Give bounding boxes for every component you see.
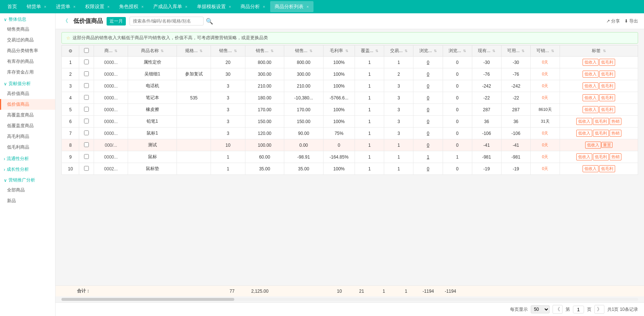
- sidebar-item-stock-capital[interactable]: 库存资金占用: [0, 67, 55, 78]
- browse-link[interactable]: 0: [427, 84, 429, 89]
- row-num: 1: [62, 57, 79, 68]
- row-browse1[interactable]: 0: [413, 80, 443, 92]
- browse-link[interactable]: 0: [427, 143, 429, 148]
- sidebar-item-low-margin[interactable]: 低毛利商品: [0, 142, 55, 153]
- col-trade-header: 交易... ⇅: [384, 45, 413, 57]
- row-num: 4: [62, 92, 79, 104]
- page-input[interactable]: [573, 306, 584, 313]
- row-check[interactable]: [84, 107, 89, 112]
- row-browse1[interactable]: 0: [413, 57, 443, 68]
- browse-link[interactable]: 0: [427, 60, 429, 65]
- sidebar-item-low-coverage[interactable]: 低覆盖度商品: [0, 120, 55, 131]
- row-checkbox[interactable]: [79, 57, 94, 68]
- row-checkbox[interactable]: [79, 128, 94, 139]
- sidebar-item-category-sales-rate[interactable]: 商品分类销售率: [0, 45, 55, 56]
- close-icon[interactable]: ×: [185, 4, 187, 9]
- per-page-label: 每页显示: [510, 306, 528, 313]
- row-check[interactable]: [84, 142, 89, 147]
- share-button[interactable]: ↗ 分享: [606, 18, 620, 24]
- sidebar-item-high-value[interactable]: 高价值商品: [0, 88, 55, 99]
- close-icon[interactable]: ×: [306, 4, 309, 9]
- browse-link[interactable]: 0: [427, 72, 429, 77]
- row-check[interactable]: [84, 130, 89, 135]
- sidebar-group-growth[interactable]: › 成长性分析: [0, 163, 55, 174]
- sidebar-item-high-coverage[interactable]: 高覆盖度商品: [0, 110, 55, 120]
- row-browse1[interactable]: 1: [413, 151, 443, 163]
- export-button[interactable]: ⬇ 导出: [624, 18, 638, 24]
- row-browse1[interactable]: 0: [413, 92, 443, 104]
- sidebar-item-stock-products[interactable]: 有库存的商品: [0, 56, 55, 67]
- row-checkbox[interactable]: [79, 151, 94, 163]
- period-button[interactable]: 近一月: [107, 17, 126, 26]
- scrollbar-thumb[interactable]: [61, 298, 234, 301]
- browse-link[interactable]: 0: [427, 119, 429, 124]
- next-page-btn[interactable]: 》: [594, 305, 604, 314]
- close-icon[interactable]: ×: [44, 4, 46, 9]
- nav-template-settings[interactable]: 单据模板设置 ×: [192, 1, 235, 12]
- row-checkbox[interactable]: [79, 104, 94, 116]
- horizontal-scrollbar[interactable]: [61, 298, 638, 301]
- row-checkbox[interactable]: [79, 92, 94, 104]
- row-browse1[interactable]: 0: [413, 163, 443, 175]
- sidebar-item-low-value[interactable]: 低价值商品: [0, 99, 55, 110]
- row-checkbox[interactable]: [79, 68, 94, 80]
- row-browse1[interactable]: 0: [413, 139, 443, 151]
- browse-link[interactable]: 1: [427, 154, 429, 160]
- row-check[interactable]: [84, 95, 89, 100]
- table-container[interactable]: ⚙ 商... ⇅ 商品名称 ⇅ 规格... ⇅ 销售... ⇅ 销售... ⇅ …: [56, 45, 644, 285]
- collapse-sidebar-btn[interactable]: 《: [61, 16, 70, 26]
- close-icon[interactable]: ×: [73, 4, 76, 9]
- nav-product-warehouse[interactable]: 产成品入库单 ×: [149, 1, 192, 12]
- row-browse1[interactable]: 0: [413, 68, 443, 80]
- close-icon[interactable]: ×: [263, 4, 265, 9]
- browse-link[interactable]: 0: [427, 166, 429, 171]
- row-browse1[interactable]: 0: [413, 128, 443, 139]
- sidebar-group-contribution[interactable]: ∨ 贡献值分析: [0, 78, 55, 88]
- row-check[interactable]: [84, 71, 89, 76]
- close-icon[interactable]: ×: [229, 4, 231, 9]
- browse-link[interactable]: 0: [427, 95, 429, 101]
- row-check[interactable]: [84, 119, 89, 123]
- row-trade: 3: [384, 104, 413, 116]
- select-all-checkbox[interactable]: [84, 48, 89, 53]
- close-icon[interactable]: ×: [107, 4, 110, 9]
- nav-sales-order[interactable]: 销货单 ×: [22, 1, 51, 12]
- sidebar-group-circulation[interactable]: › 流通性分析: [0, 153, 55, 163]
- row-check[interactable]: [84, 154, 89, 159]
- nav-purchase-order[interactable]: 进货单 ×: [51, 1, 80, 12]
- row-sellable-days: 8610天: [530, 104, 560, 116]
- col-check[interactable]: [79, 45, 94, 57]
- nav-product-analysis-list[interactable]: 商品分析列表 ×: [270, 1, 313, 12]
- row-checkbox[interactable]: [79, 163, 94, 175]
- nav-permissions[interactable]: 权限设置 ×: [81, 1, 114, 12]
- close-icon[interactable]: ×: [141, 4, 144, 9]
- row-checkbox[interactable]: [79, 139, 94, 151]
- row-check[interactable]: [84, 166, 89, 171]
- row-browse1[interactable]: 0: [413, 116, 443, 128]
- nav-product-analysis[interactable]: 商品分析 ×: [236, 1, 269, 12]
- sidebar-item-all-products[interactable]: 全部商品: [0, 185, 55, 196]
- sidebar-item-new-products[interactable]: 新品: [0, 196, 55, 206]
- browse-link[interactable]: 0: [427, 107, 429, 112]
- row-checkbox[interactable]: [79, 80, 94, 92]
- row-browse1[interactable]: 0: [413, 104, 443, 116]
- browse-link[interactable]: 0: [427, 131, 429, 136]
- nav-role-auth[interactable]: 角色授权 ×: [115, 1, 148, 12]
- sidebar-item-traded-products[interactable]: 交易过的商品: [0, 35, 55, 45]
- row-check[interactable]: [84, 83, 89, 88]
- sidebar-item-sales-products[interactable]: 销售类商品: [0, 24, 55, 35]
- col-settings[interactable]: ⚙: [62, 45, 79, 57]
- per-page-select[interactable]: 50 100 200: [531, 305, 550, 313]
- row-check[interactable]: [84, 60, 89, 64]
- search-icon[interactable]: 🔍: [206, 18, 213, 25]
- search-input[interactable]: [130, 17, 204, 26]
- sidebar-item-high-margin[interactable]: 高毛利商品: [0, 131, 55, 142]
- sidebar-group-overall[interactable]: ∨ 整体信息: [0, 13, 55, 24]
- first-page-btn[interactable]: 《: [553, 305, 563, 314]
- header-actions: ↗ 分享 ⬇ 导出: [606, 18, 638, 24]
- row-sellable-days: 0天: [530, 128, 560, 139]
- nav-home[interactable]: 首页: [3, 1, 21, 12]
- sidebar-group-marketing[interactable]: ∨ 营销推广分析: [0, 174, 55, 185]
- row-checkbox[interactable]: [79, 116, 94, 128]
- footer-label: 合计：: [61, 288, 106, 294]
